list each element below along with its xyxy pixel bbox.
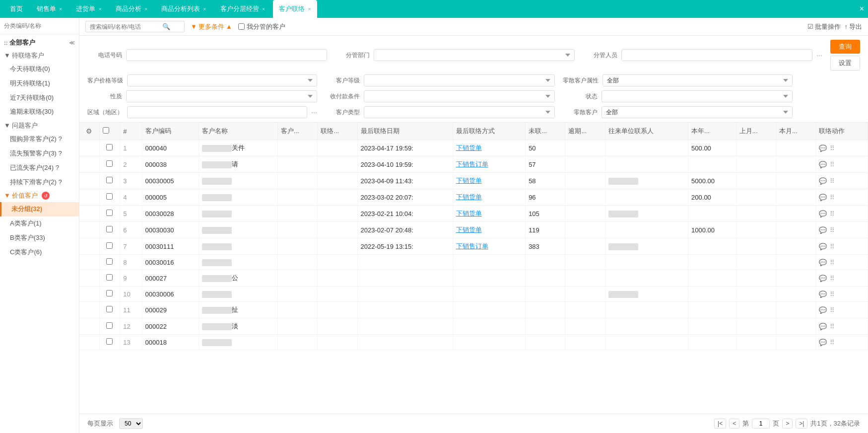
filter-retail-customer-select[interactable]: 全部 <box>601 106 793 118</box>
pending-contact-group[interactable]: ▼ 待联络客户 <box>0 49 79 62</box>
page-last-button[interactable]: >| <box>796 419 807 429</box>
per-page-select[interactable]: 50 <box>119 418 143 429</box>
my-customers-checkbox[interactable] <box>238 23 245 30</box>
tab-product-analysis-list[interactable]: 商品分析列表 × <box>155 0 212 18</box>
filter-retail-attr-select[interactable]: 全部 <box>602 74 793 86</box>
value-customers-group[interactable]: ▼ 价值客户 ↺ <box>0 189 79 202</box>
tab-purchase[interactable]: 进货单 × <box>70 0 107 18</box>
tab-product-analysis-close[interactable]: × <box>144 6 147 12</box>
row-checkbox[interactable] <box>106 258 113 265</box>
tab-customer-tier[interactable]: 客户分层经营 × <box>214 0 271 18</box>
page-first-button[interactable]: |< <box>714 419 726 429</box>
chat-icon[interactable]: 💬 <box>819 144 827 152</box>
row-checkbox[interactable] <box>106 177 113 183</box>
row-checkbox[interactable] <box>106 193 113 200</box>
chat-icon[interactable]: 💬 <box>819 161 827 168</box>
more-icon[interactable]: ⠿ <box>830 210 835 217</box>
sidebar-item-group-c[interactable]: C类客户(6) <box>0 245 79 260</box>
all-customers-header[interactable]: :: 全部客户 ≪ <box>0 34 79 49</box>
col-type[interactable]: 客户... <box>278 123 318 140</box>
collapse-icon[interactable]: ≪ <box>69 40 75 46</box>
col-last-contact-method[interactable]: 最后联络方式 <box>453 123 526 140</box>
col-this-year[interactable]: 本年... <box>688 123 736 140</box>
tab-customer-tier-close[interactable]: × <box>262 6 265 12</box>
row-checkbox[interactable] <box>106 226 113 232</box>
close-all-button[interactable]: × <box>860 4 864 13</box>
chat-icon[interactable]: 💬 <box>819 210 827 217</box>
more-icon[interactable]: ⠿ <box>830 290 835 298</box>
settings-icon[interactable]: ⚙ <box>86 127 92 135</box>
chat-icon[interactable]: 💬 <box>819 323 827 330</box>
select-all-checkbox[interactable] <box>103 127 109 134</box>
chat-icon[interactable]: 💬 <box>819 177 827 185</box>
more-icon[interactable]: ⠿ <box>830 259 835 266</box>
last-contact-method-link[interactable]: 下销货单 <box>456 144 482 151</box>
sidebar-item-group-b[interactable]: B类客户(33) <box>0 231 79 245</box>
tab-purchase-close[interactable]: × <box>98 6 101 12</box>
export-button[interactable]: ↑ 导出 <box>845 22 863 31</box>
more-icon[interactable]: ⠿ <box>830 177 835 185</box>
tab-sales[interactable]: 销售单 × <box>31 0 68 18</box>
sidebar-item-churn-risk[interactable]: 流失预警客户(3) ? <box>0 146 79 161</box>
page-input[interactable] <box>752 419 770 429</box>
col-checkbox-header[interactable] <box>99 123 120 140</box>
more-filter-button[interactable]: ▼ 更多条件 ▲ <box>191 22 232 31</box>
filter-person-input[interactable] <box>621 49 812 61</box>
chat-icon[interactable]: 💬 <box>819 194 827 201</box>
more-icon[interactable]: ⠿ <box>830 339 835 346</box>
row-checkbox[interactable] <box>106 144 113 150</box>
sidebar-item-abnormal[interactable]: 囤购异常客户(2) ? <box>0 132 79 146</box>
last-contact-method-link[interactable]: 下销货单 <box>456 210 482 217</box>
col-no-contact[interactable]: 未联... <box>526 123 565 140</box>
chat-icon[interactable]: 💬 <box>819 306 827 314</box>
col-overdue[interactable]: 逾期... <box>565 123 605 140</box>
problem-customers-group[interactable]: ▼ 问题客户 <box>0 119 79 132</box>
sidebar-item-today[interactable]: 今天待联络(0) <box>0 62 79 76</box>
filter-nature-select[interactable] <box>126 90 317 102</box>
filter-person-dots[interactable]: ··· <box>816 51 822 59</box>
row-checkbox[interactable] <box>106 338 113 345</box>
sidebar-item-lost[interactable]: 已流失客户(24) ? <box>0 161 79 175</box>
more-icon[interactable]: ⠿ <box>830 226 835 234</box>
filter-region-input[interactable] <box>127 106 307 118</box>
chat-icon[interactable]: 💬 <box>819 226 827 234</box>
page-prev-button[interactable]: < <box>729 419 739 429</box>
col-this-month[interactable]: 本月... <box>776 123 815 140</box>
tab-customer-contact-close[interactable]: × <box>308 6 311 12</box>
tab-home[interactable]: 首页 <box>4 0 29 18</box>
filter-phone-input[interactable] <box>126 49 327 61</box>
more-icon[interactable]: ⠿ <box>830 275 835 282</box>
filter-dept-select[interactable] <box>374 49 575 61</box>
col-last-contact-date[interactable]: 最后联络日期 <box>357 123 453 140</box>
sidebar-item-tomorrow[interactable]: 明天待联络(1) <box>0 76 79 91</box>
tab-product-analysis-list-close[interactable]: × <box>203 6 206 12</box>
filter-region-dots[interactable]: ··· <box>311 108 317 116</box>
tab-product-analysis[interactable]: 商品分析 × <box>110 0 153 18</box>
chat-icon[interactable]: 💬 <box>819 339 827 346</box>
sidebar-item-overdue[interactable]: 逾期未联络(30) <box>0 105 79 119</box>
sidebar-item-declining[interactable]: 持续下滑客户(2) ? <box>0 175 79 190</box>
sidebar-item-7days[interactable]: 近7天待联络(0) <box>0 91 79 105</box>
filter-status-select[interactable] <box>601 90 793 102</box>
chat-icon[interactable]: 💬 <box>819 290 827 298</box>
tab-customer-contact[interactable]: 客户联络 × <box>273 0 317 18</box>
filter-payment-select[interactable] <box>364 90 555 102</box>
reset-button[interactable]: 设置 <box>830 56 860 71</box>
chat-icon[interactable]: 💬 <box>819 259 827 266</box>
row-checkbox[interactable] <box>106 290 113 296</box>
filter-customer-level-select[interactable] <box>364 74 555 86</box>
last-contact-method-link[interactable]: 下销货单 <box>456 226 482 233</box>
more-icon[interactable]: ⠿ <box>830 194 835 201</box>
main-search-input[interactable] <box>90 23 159 30</box>
filter-customer-type-select[interactable] <box>364 106 555 118</box>
more-icon[interactable]: ⠿ <box>830 323 835 330</box>
last-contact-method-link[interactable]: 下销售订单 <box>456 242 488 250</box>
last-contact-method-link[interactable]: 下销货单 <box>456 193 482 201</box>
query-button[interactable]: 查询 <box>830 40 860 54</box>
more-icon[interactable]: ⠿ <box>830 243 835 250</box>
col-name[interactable]: 客户名称 <box>199 123 277 140</box>
more-icon[interactable]: ⠿ <box>830 161 835 168</box>
filter-price-level-select[interactable] <box>127 74 317 86</box>
more-icon[interactable]: ⠿ <box>830 144 835 152</box>
more-icon[interactable]: ⠿ <box>830 306 835 314</box>
